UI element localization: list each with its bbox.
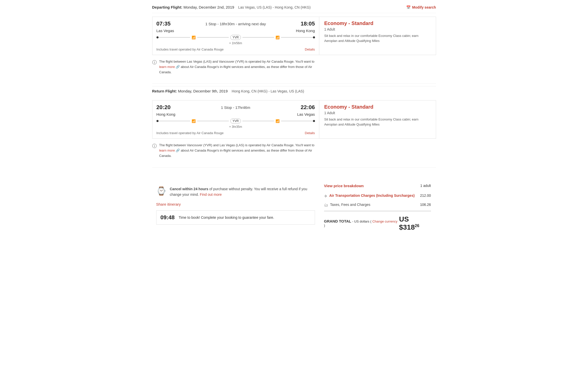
receipt-icon: 🗂 <box>324 203 328 207</box>
air-transport-row: ✈ Air Transportation Charges (Including … <box>324 191 431 201</box>
return-notice: ⓘ The flight between Vancouver (YVR) and… <box>152 139 319 161</box>
economy-title: Economy - Standard <box>324 20 431 26</box>
arrive-time: 18:05 <box>301 20 315 27</box>
return-depart-time: 20:20 <box>156 104 171 111</box>
return-economy-title: Economy - Standard <box>324 104 431 110</box>
wifi-icon-2: 📶 <box>276 36 280 39</box>
line-segment-1 <box>159 37 190 38</box>
return-arrive-time: 22:06 <box>301 104 315 111</box>
line-segment-3 <box>242 37 274 38</box>
grand-total-label: GRAND TOTAL <box>324 219 352 223</box>
return-wifi-2: 📶 <box>276 119 280 123</box>
return-flight-right: Economy - Standard 1 Adult Sit back and … <box>319 101 436 138</box>
economy-desc: Sit back and relax in our comfortable Ec… <box>324 33 431 43</box>
return-operated-row: Includes travel operated by Air Canada R… <box>156 131 315 135</box>
to-city: Hong Kong <box>296 29 315 33</box>
dest-dot <box>313 36 315 38</box>
return-stop-info: 1 Stop - 17hr46m <box>221 105 250 110</box>
bottom-left: ⌚ Cancel within 24 hours of purchase wit… <box>152 181 319 236</box>
air-transport-label: ✈ Air Transportation Charges (Including … <box>324 193 420 199</box>
share-itinerary-link[interactable]: Share itinerary <box>156 202 315 206</box>
return-economy-desc: Sit back and relax in our comfortable Ec… <box>324 117 431 127</box>
departing-flight-right: Economy - Standard 1 Adult Sit back and … <box>319 17 436 55</box>
stop-info: 1 Stop - 18hr30m - arriving next day <box>205 22 266 26</box>
timer-block: 09:48 Time to book! Complete your bookin… <box>156 210 315 225</box>
return-flight-left: 20:20 1 Stop - 17hr46m 22:06 Hong Kong L… <box>152 101 319 138</box>
layover-duration: + 1hr56m <box>156 41 315 45</box>
air-transport-amount: 212.00 <box>420 193 431 198</box>
cancel-text: Cancel within 24 hours of purchase witho… <box>170 186 315 198</box>
notice-text: The flight between Las Vegas (LAS) and V… <box>159 59 319 75</box>
return-wifi-1: 📶 <box>192 119 196 123</box>
grand-total-label-group: GRAND TOTAL - US dollars ( Change curren… <box>324 219 399 227</box>
timer-time: 09:48 <box>161 214 175 221</box>
calendar-icon: 📅 <box>406 5 411 9</box>
operated-text: Includes travel operated by Air Canada R… <box>156 47 224 51</box>
return-origin-dot <box>156 120 159 122</box>
operated-row: Includes travel operated by Air Canada R… <box>156 47 315 51</box>
return-details-link[interactable]: Details <box>305 131 315 135</box>
line-segment-2 <box>197 37 229 38</box>
return-learn-more-link[interactable]: learn more 🔗 <box>159 149 180 152</box>
departing-label: Departing Flight: Monday, December 2nd, … <box>152 5 234 9</box>
flight-route-line: 📶 YVR 📶 <box>156 35 315 40</box>
return-operated-text: Includes travel operated by Air Canada R… <box>156 131 224 135</box>
return-flight-card: 20:20 1 Stop - 17hr46m 22:06 Hong Kong L… <box>152 100 436 139</box>
return-to-city: Las Vegas <box>297 112 315 116</box>
from-city: Las Vegas <box>156 29 174 33</box>
total-cents: 26 <box>415 223 419 228</box>
return-notice-text: The flight between Vancouver (YVR) and L… <box>159 143 319 158</box>
return-header: Return Flight: Monday, December 9th, 201… <box>152 86 436 97</box>
wifi-icon-1: 📶 <box>192 36 196 39</box>
return-dest-dot <box>313 120 315 122</box>
return-from-city: Hong Kong <box>156 112 175 116</box>
modify-search-button[interactable]: 📅 Modify search <box>406 5 436 9</box>
taxes-amount: 106.26 <box>420 203 431 207</box>
clock-icon: ⌚ <box>156 186 166 196</box>
timer-text: Time to book! Complete your booking to g… <box>179 215 274 220</box>
taxes-row: 🗂 Taxes, Fees and Charges 106.26 <box>324 201 431 209</box>
cancel-policy-block: ⌚ Cancel within 24 hours of purchase wit… <box>156 186 315 198</box>
return-layover-badge: YVR <box>230 118 241 124</box>
return-adult-label: 1 Adult <box>324 111 431 115</box>
return-route: Hong Kong, CN (HKG) - Las Vegas, US (LAS… <box>232 89 304 93</box>
return-line-4 <box>281 121 313 121</box>
return-flight-route-line: 📶 YVR 📶 <box>156 118 315 124</box>
layover-badge: YVR <box>230 35 241 40</box>
find-out-more-link[interactable]: Find out more <box>200 192 222 197</box>
return-line-3 <box>242 121 274 121</box>
return-label: Return Flight: Monday, December 9th, 201… <box>152 89 228 93</box>
departing-notice: ⓘ The flight between Las Vegas (LAS) and… <box>152 55 319 77</box>
departing-route: Las Vegas, US (LAS) - Hong Kong, CN (HKG… <box>238 5 310 9</box>
line-segment-4 <box>281 37 313 38</box>
bottom-section: ⌚ Cancel within 24 hours of purchase wit… <box>152 181 436 236</box>
depart-time: 07:35 <box>156 20 171 27</box>
return-line-2 <box>197 121 229 121</box>
view-breakdown-row[interactable]: View price breakdown 1 adult <box>324 184 431 188</box>
learn-more-link[interactable]: learn more 🔗 <box>159 65 180 69</box>
departing-flight-left: 07:35 1 Stop - 18hr30m - arriving next d… <box>152 17 319 55</box>
grand-total-amount: US $31826 <box>399 215 431 231</box>
change-currency-link[interactable]: Change currency <box>372 220 397 223</box>
info-icon: ⓘ <box>152 59 157 65</box>
return-layover-duration: + 3hr35m <box>156 125 315 129</box>
taxes-label: 🗂 Taxes, Fees and Charges <box>324 203 420 207</box>
grand-total-row: GRAND TOTAL - US dollars ( Change curren… <box>324 213 431 234</box>
adult-label: 1 Adult <box>324 27 431 31</box>
price-divider <box>324 211 431 211</box>
details-link[interactable]: Details <box>305 47 315 51</box>
plane-icon: ✈ <box>324 194 327 199</box>
return-line-1 <box>159 121 190 121</box>
departing-flight-card: 07:35 1 Stop - 18hr30m - arriving next d… <box>152 17 436 55</box>
price-breakdown-panel: View price breakdown 1 adult ✈ Air Trans… <box>319 181 436 236</box>
return-info-icon: ⓘ <box>152 143 157 149</box>
origin-dot <box>156 36 159 38</box>
